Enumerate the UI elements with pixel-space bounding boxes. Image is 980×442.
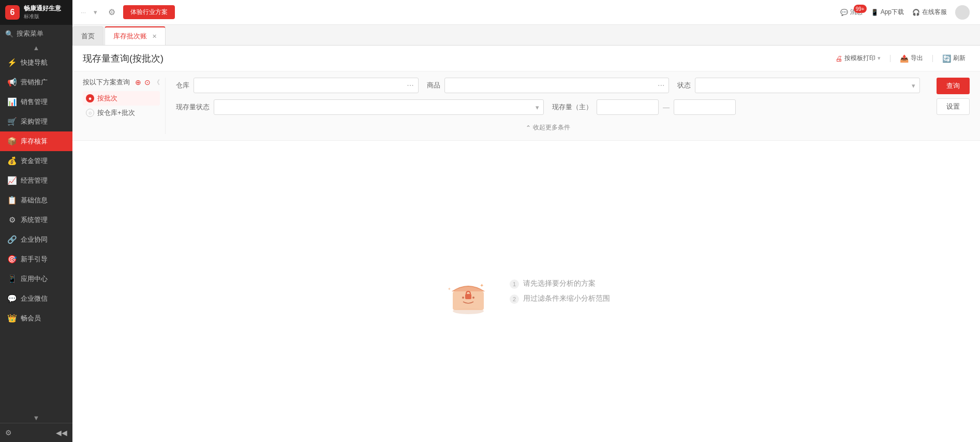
warehouse-field: 仓库 ···: [176, 78, 419, 93]
refresh-btn[interactable]: 🔄 刷新: [938, 52, 970, 65]
sidebar-item-vip[interactable]: 👑 畅会员: [0, 308, 72, 328]
stock-qty-label: 现存量（主）: [552, 102, 592, 112]
topbar: ··· ▾ ⚙ 体验行业方案 💬 消息 99+ 📱 App下载 🎧 在线客服: [72, 0, 980, 25]
breadcrumb-text: ···: [81, 9, 86, 16]
collapse-scheme-btn[interactable]: 《: [154, 78, 160, 87]
sidebar-header: 6 畅康通好生意 标准版: [0, 0, 72, 25]
tabbar: 首页库存批次账✕: [72, 25, 980, 46]
nav-label-basic: 基础信息: [21, 196, 48, 205]
goods-label: 商品: [427, 81, 440, 90]
nav-label-marketing: 营销推广: [21, 78, 48, 87]
nav-icon-enterprise: 🔗: [7, 235, 17, 244]
sidebar-scroll-up[interactable]: ▲: [0, 42, 72, 53]
export-label: 导出: [911, 54, 923, 63]
query-btn[interactable]: 查询: [937, 78, 970, 94]
sidebar-item-app-center[interactable]: 📱 应用中心: [0, 269, 72, 289]
stock-status-select[interactable]: ▾: [214, 99, 544, 115]
nav-icon-app-center: 📱: [7, 274, 17, 284]
sidebar-search[interactable]: 🔍 搜索菜单: [0, 25, 72, 42]
page-title: 现存量查询(按批次): [83, 52, 164, 65]
user-area[interactable]: [955, 5, 972, 20]
nav-icon-vip: 👑: [7, 314, 17, 323]
nav-label-newbie: 新手引导: [21, 255, 48, 264]
nav-icon-newbie: 🎯: [7, 255, 17, 264]
settings-scheme-btn[interactable]: ⊙: [144, 78, 151, 86]
scheme-item-by-warehouse-batch[interactable]: ○ 按仓库+批次: [83, 106, 160, 120]
sidebar-item-inventory[interactable]: 📦 库存核算: [0, 131, 72, 151]
nav-label-wechat: 企业微信: [21, 294, 48, 303]
empty-tip-1: 1 请先选择要分析的方案: [510, 279, 610, 289]
sidebar-collapse-btn[interactable]: ◀◀: [56, 429, 67, 437]
scheme-item-by-batch[interactable]: ● 按批次: [83, 91, 160, 106]
empty-tips: 1 请先选择要分析的方案 2 用过滤条件来缩小分析范围: [510, 279, 610, 304]
status-select[interactable]: ▾: [695, 78, 920, 93]
refresh-icon: 🔄: [942, 54, 951, 63]
filter-schemes: 按以下方案查询 ⊕ ⊙ 《 ● 按批次 ○ 按仓库+批次: [83, 78, 166, 134]
sidebar-item-newbie[interactable]: 🎯 新手引导: [0, 249, 72, 269]
stock-qty-min-input[interactable]: [597, 99, 659, 115]
filter-row-1: 仓库 ··· 商品 ···: [176, 78, 920, 93]
sidebar-item-sales[interactable]: 📊 销售管理: [0, 92, 72, 112]
sidebar-item-quick-nav[interactable]: ⚡ 快捷导航: [0, 53, 72, 72]
svg-text:✦: ✦: [480, 283, 484, 288]
sidebar-item-basic[interactable]: 📋 基础信息: [0, 190, 72, 210]
svg-point-6: [472, 297, 474, 299]
scheme-label-by-batch: 按批次: [97, 94, 117, 103]
message-icon: 💬: [840, 9, 848, 16]
sidebar-item-system[interactable]: ⚙ 系统管理: [0, 210, 72, 230]
warehouse-more-btn[interactable]: ···: [407, 81, 413, 90]
nav-label-system: 系统管理: [21, 215, 48, 225]
scheme-actions: ⊕ ⊙ 《: [135, 78, 160, 87]
app-download-btn[interactable]: 📱 App下载: [871, 8, 904, 17]
print-btn[interactable]: 🖨 按模板打印 ▾: [831, 52, 885, 65]
nav-icon-wechat: 💬: [7, 294, 17, 303]
messages-btn[interactable]: 💬 消息 99+: [840, 8, 863, 17]
refresh-label: 刷新: [953, 54, 966, 63]
main: ··· ▾ ⚙ 体验行业方案 💬 消息 99+ 📱 App下载 🎧 在线客服: [72, 0, 980, 442]
sidebar-item-marketing[interactable]: 📢 营销推广: [0, 72, 72, 92]
sidebar-title-block: 畅康通好生意 标准版: [24, 5, 61, 20]
stock-qty-max-input[interactable]: [674, 99, 736, 115]
goods-more-btn[interactable]: ···: [658, 81, 664, 90]
status-label: 状态: [677, 81, 691, 90]
topbar-dropdown[interactable]: ▾: [90, 7, 100, 18]
app-download-label: App下载: [881, 8, 904, 17]
sidebar-item-operation[interactable]: 📈 经营管理: [0, 171, 72, 190]
sidebar-item-wechat[interactable]: 💬 企业微信: [0, 289, 72, 308]
tab-close-inventory-batch[interactable]: ✕: [152, 33, 157, 40]
print-label: 按模板打印: [844, 54, 875, 63]
print-dropdown-icon[interactable]: ▾: [878, 55, 881, 62]
tab-label-inventory-batch: 库存批次账: [113, 32, 147, 41]
svg-point-5: [462, 297, 464, 299]
tab-home[interactable]: 首页: [72, 26, 103, 45]
online-service-btn[interactable]: 🎧 在线客服: [912, 8, 947, 17]
filter-schemes-title: 按以下方案查询: [83, 78, 130, 87]
sidebar-settings-btn[interactable]: ⚙: [5, 429, 12, 437]
nav-icon-sales: 📊: [7, 97, 17, 107]
filter-settings-btn[interactable]: 设置: [937, 98, 970, 115]
sidebar-item-purchase[interactable]: 🛒 采购管理: [0, 112, 72, 131]
sidebar-item-enterprise[interactable]: 🔗 企业协同: [0, 230, 72, 249]
collapse-more-label: 收起更多条件: [533, 123, 570, 132]
sidebar-scroll-down[interactable]: ▼: [0, 412, 72, 423]
search-icon: 🔍: [5, 30, 13, 38]
tab-inventory-batch[interactable]: 库存批次账✕: [105, 26, 166, 45]
nav-icon-purchase: 🛒: [7, 117, 17, 126]
warehouse-input[interactable]: ···: [194, 78, 419, 93]
goods-input[interactable]: ···: [444, 78, 670, 93]
add-scheme-btn[interactable]: ⊕: [135, 78, 141, 86]
nav-icon-marketing: 📢: [7, 78, 17, 87]
experience-btn[interactable]: 体验行业方案: [123, 5, 175, 19]
topbar-left: ··· ▾ ⚙ 体验行业方案: [81, 5, 834, 20]
export-btn[interactable]: 📤 导出: [896, 52, 927, 65]
nav-label-quick-nav: 快捷导航: [21, 58, 48, 67]
page-header: 现存量查询(按批次) 🖨 按模板打印 ▾ 📤 导出 🔄 刷新: [72, 46, 980, 71]
divider: [890, 55, 890, 62]
nav-label-purchase: 采购管理: [21, 117, 48, 126]
sidebar-item-finance[interactable]: 💰 资金管理: [0, 151, 72, 171]
topbar-gear-btn[interactable]: ⚙: [105, 5, 119, 20]
collapse-more-btn[interactable]: ⌃ 收起更多条件: [176, 121, 920, 134]
range-dash: —: [663, 104, 670, 111]
filter-schemes-header: 按以下方案查询 ⊕ ⊙ 《: [83, 78, 160, 87]
sidebar-logo: 6: [5, 5, 20, 20]
